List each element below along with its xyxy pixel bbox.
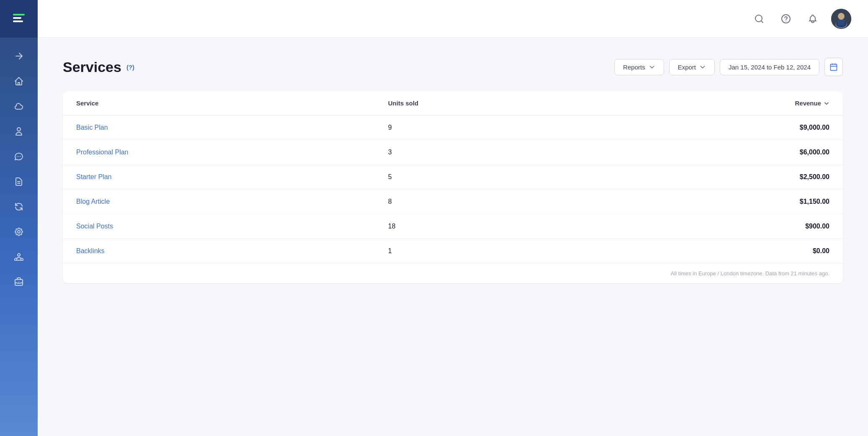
sidebar-item-handshake[interactable]	[7, 245, 31, 269]
service-cell: Professional Plan	[63, 140, 375, 165]
revenue-cell: $0.00	[600, 239, 843, 264]
service-link[interactable]: Backlinks	[76, 247, 105, 254]
table-row: Social Posts18$900.00	[63, 214, 843, 239]
service-link[interactable]: Starter Plan	[76, 173, 111, 180]
sidebar-item-chat[interactable]	[7, 145, 31, 168]
sidebar-item-home[interactable]	[7, 69, 31, 93]
sidebar-item-document[interactable]	[7, 170, 31, 193]
calendar-button[interactable]	[824, 58, 843, 76]
table-row: Professional Plan3$6,000.00	[63, 140, 843, 165]
table-footer: All times in Europe / London timezone. D…	[63, 263, 843, 283]
service-link[interactable]: Professional Plan	[76, 149, 129, 156]
revenue-cell: $2,500.00	[600, 165, 843, 190]
table-row: Basic Plan9$9,000.00	[63, 115, 843, 140]
date-range-button[interactable]: Jan 15, 2024 to Feb 12, 2024	[720, 59, 819, 75]
sidebar-item-cloud[interactable]	[7, 95, 31, 118]
svg-rect-2	[13, 17, 21, 19]
page-content: Services (?) Reports Export Jan 15, 2024…	[38, 38, 868, 436]
revenue-sort-control[interactable]: Revenue	[614, 100, 829, 107]
revenue-cell: $900.00	[600, 214, 843, 239]
reports-label: Reports	[623, 64, 645, 71]
top-header	[38, 0, 868, 38]
revenue-cell: $6,000.00	[600, 140, 843, 165]
units-sold-cell: 3	[375, 140, 600, 165]
sidebar-item-refresh[interactable]	[7, 195, 31, 218]
table-body: Basic Plan9$9,000.00Professional Plan3$6…	[63, 115, 843, 264]
units-sold-column-header: Units sold	[375, 91, 600, 115]
service-cell: Basic Plan	[63, 115, 375, 140]
units-sold-cell: 8	[375, 190, 600, 214]
svg-rect-12	[838, 20, 845, 26]
sidebar-item-forward[interactable]	[7, 44, 31, 68]
search-icon[interactable]	[751, 10, 768, 27]
sort-icon	[824, 100, 829, 106]
svg-point-9	[838, 13, 844, 19]
chevron-down-icon-export	[699, 64, 706, 70]
revenue-cell: $9,000.00	[600, 115, 843, 140]
units-sold-cell: 18	[375, 214, 600, 239]
sidebar-logo[interactable]	[0, 0, 38, 38]
svg-rect-13	[831, 64, 837, 70]
sidebar-navigation	[0, 38, 38, 294]
date-range-text: Jan 15, 2024 to Feb 12, 2024	[729, 64, 811, 71]
svg-rect-10	[840, 18, 843, 20]
avatar[interactable]	[831, 9, 851, 29]
units-sold-cell: 5	[375, 165, 600, 190]
sidebar-item-settings[interactable]	[7, 220, 31, 244]
table-header: Service Units sold Revenue	[63, 91, 843, 115]
units-sold-cell: 9	[375, 115, 600, 140]
export-button[interactable]: Export	[669, 59, 715, 75]
services-table-container: Service Units sold Revenue Basic Plan9$9…	[63, 91, 843, 283]
svg-rect-1	[13, 14, 25, 15]
main-area: Services (?) Reports Export Jan 15, 2024…	[38, 0, 868, 436]
export-label: Export	[678, 64, 696, 71]
service-link[interactable]: Social Posts	[76, 223, 113, 230]
help-icon[interactable]	[778, 10, 794, 27]
service-column-header: Service	[63, 91, 375, 115]
table-row: Backlinks1$0.00	[63, 239, 843, 264]
sidebar-item-user[interactable]	[7, 120, 31, 143]
service-cell: Backlinks	[63, 239, 375, 264]
page-controls: Reports Export Jan 15, 2024 to Feb 12, 2…	[614, 58, 843, 76]
table-row: Starter Plan5$2,500.00	[63, 165, 843, 190]
table-row: Blog Article8$1,150.00	[63, 190, 843, 214]
notifications-icon[interactable]	[804, 10, 821, 27]
help-badge[interactable]: (?)	[126, 64, 134, 71]
chevron-down-icon	[649, 64, 655, 70]
service-cell: Blog Article	[63, 190, 375, 214]
page-title-area: Services (?)	[63, 59, 134, 75]
page-title: Services	[63, 59, 121, 75]
sidebar	[0, 0, 38, 436]
service-cell: Starter Plan	[63, 165, 375, 190]
page-header: Services (?) Reports Export Jan 15, 2024…	[63, 58, 843, 76]
revenue-cell: $1,150.00	[600, 190, 843, 214]
service-cell: Social Posts	[63, 214, 375, 239]
services-table: Service Units sold Revenue Basic Plan9$9…	[63, 91, 843, 263]
calendar-icon	[829, 63, 838, 71]
svg-rect-3	[13, 21, 23, 22]
reports-button[interactable]: Reports	[614, 59, 664, 75]
sidebar-item-briefcase[interactable]	[7, 270, 31, 294]
service-link[interactable]: Blog Article	[76, 198, 110, 205]
units-sold-cell: 1	[375, 239, 600, 264]
revenue-column-header: Revenue	[600, 91, 843, 115]
service-link[interactable]: Basic Plan	[76, 124, 108, 131]
